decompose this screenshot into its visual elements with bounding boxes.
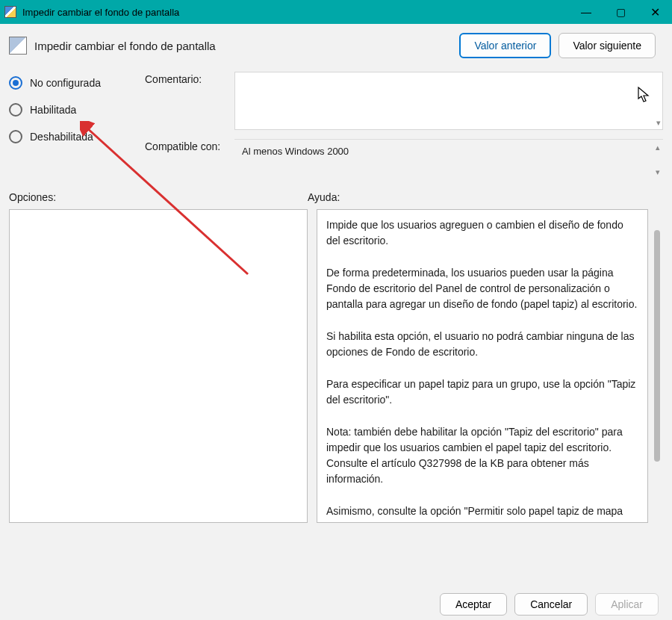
ok-button[interactable]: Aceptar (440, 593, 507, 616)
cursor-pointer-icon (638, 87, 651, 107)
radio-icon (9, 103, 22, 117)
supported-on-text: Al menos Windows 2000 (242, 146, 349, 157)
supported-on-field: Al menos Windows 2000 ▴ ▾ (234, 139, 663, 175)
header: Impedir cambiar el fondo de pantalla Val… (9, 33, 663, 58)
minimize-button[interactable]: — (569, 0, 603, 24)
radio-icon (9, 76, 22, 90)
help-label: Ayuda: (308, 191, 340, 203)
radio-label: No configurada (30, 77, 101, 89)
options-panel (9, 209, 308, 523)
next-setting-button[interactable]: Valor siguiente (559, 33, 656, 58)
policy-icon (9, 37, 27, 55)
maximize-button[interactable]: ▢ (603, 0, 638, 24)
previous-setting-button[interactable]: Valor anterior (459, 33, 551, 58)
supported-label: Compatible con: (145, 139, 234, 152)
state-radio-group: No configurada Habilitada Deshabilitada (9, 72, 128, 184)
help-panel: Impide que los usuarios agreguen o cambi… (317, 209, 648, 523)
close-button[interactable]: ✕ (638, 0, 672, 24)
dialog-footer: Aceptar Cancelar Aplicar (440, 593, 659, 616)
window-controls: — ▢ ✕ (569, 0, 672, 24)
radio-label: Habilitada (30, 104, 76, 116)
help-text: Asimismo, consulte la opción "Permitir s… (326, 503, 638, 519)
comment-label: Comentario: (145, 72, 234, 85)
radio-enabled[interactable]: Habilitada (9, 103, 128, 117)
radio-not-configured[interactable]: No configurada (9, 76, 128, 90)
apply-button: Aplicar (595, 593, 659, 616)
help-text: De forma predeterminada, los usuarios pu… (326, 265, 638, 312)
scroll-thumb[interactable] (654, 230, 660, 462)
radio-disabled[interactable]: Deshabilitada (9, 130, 128, 143)
chevron-up-icon[interactable]: ▴ (656, 143, 660, 152)
cancel-button[interactable]: Cancelar (514, 593, 588, 616)
help-text: Nota: también debe habilitar la opción "… (326, 424, 638, 487)
help-text: Para especificar un papel tapiz para un … (326, 376, 638, 408)
window-icon (4, 6, 16, 18)
help-text: Si habilita esta opción, el usuario no p… (326, 329, 638, 360)
chevron-down-icon[interactable]: ▾ (656, 167, 660, 177)
window-title: Impedir cambiar el fondo de pantalla (22, 7, 569, 18)
radio-label: Deshabilitada (30, 131, 93, 143)
comment-input[interactable]: ▾ (234, 72, 663, 130)
radio-icon (9, 130, 22, 143)
titlebar: Impedir cambiar el fondo de pantalla — ▢… (0, 0, 672, 24)
options-label: Opciones: (9, 191, 308, 203)
help-text: Impide que los usuarios agreguen o cambi… (326, 217, 638, 249)
policy-title: Impedir cambiar el fondo de pantalla (34, 40, 459, 52)
chevron-down-icon: ▾ (656, 118, 661, 128)
scrollbar[interactable] (651, 209, 663, 523)
